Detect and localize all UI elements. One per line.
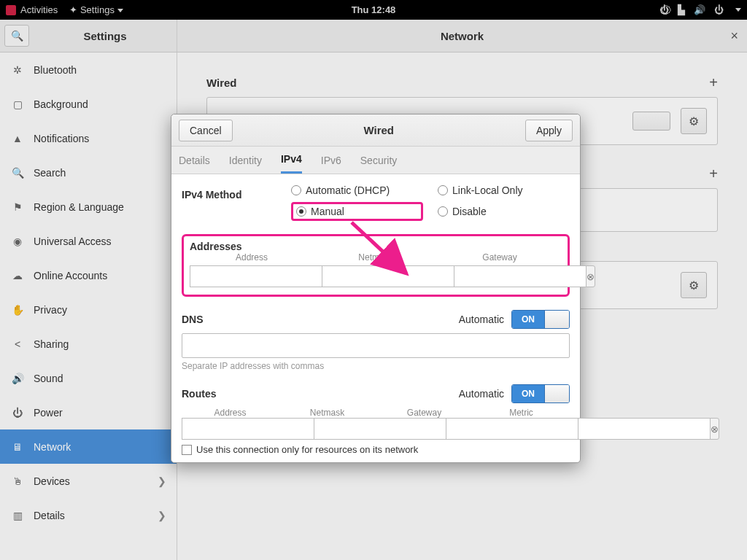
search-button[interactable]: 🔍	[4, 25, 29, 47]
route-netmask-input[interactable]	[314, 418, 446, 440]
add-button[interactable]: +	[709, 166, 718, 182]
sidebar-item-power[interactable]: ⏻Power	[0, 395, 177, 429]
activities-label[interactable]: Activities	[20, 4, 58, 15]
sidebar-item-background[interactable]: ▢Background	[0, 87, 177, 121]
power-icon: ⏻	[12, 407, 23, 419]
wired-heading: Wired	[206, 77, 237, 89]
speaker-icon: 🔊	[12, 373, 23, 384]
rcol-address: Address	[182, 408, 279, 418]
accessibility-icon: ◉	[12, 236, 23, 247]
system-tray[interactable]: ⏻⃝ ▙ 🔊 ⏻	[659, 4, 741, 15]
radio-auto[interactable]: Automatic (DHCP)	[291, 184, 423, 196]
network-icon: ⏻⃝	[659, 4, 669, 15]
bell-icon: ▲	[12, 133, 23, 144]
remove-route-button[interactable]: ⊗	[710, 418, 719, 440]
col-gateway: Gateway	[438, 252, 562, 262]
col-netmask: Netmask	[314, 252, 438, 262]
network-icon: 🖥	[12, 441, 23, 453]
radio-link-local[interactable]: Link-Local Only	[438, 184, 570, 196]
routes-auto-switch[interactable]: ON	[511, 384, 570, 403]
radio-disable[interactable]: Disable	[438, 202, 570, 221]
gateway-input[interactable]	[454, 265, 587, 287]
sidebar-item-devices[interactable]: 🖱Devices❯	[0, 464, 177, 498]
wired-toggle[interactable]	[632, 112, 670, 131]
radio-manual[interactable]: Manual	[296, 206, 344, 217]
netmask-input[interactable]	[322, 265, 454, 287]
hand-icon: ✋	[12, 304, 23, 316]
chevron-right-icon: ❯	[158, 475, 166, 487]
flag-icon: ⚑	[12, 201, 23, 213]
bluetooth-icon: ✲	[12, 64, 23, 76]
devices-icon: 🖱	[12, 475, 23, 487]
chevron-down-icon	[735, 8, 741, 12]
cancel-button[interactable]: Cancel	[179, 120, 233, 141]
cloud-icon: ☁	[12, 270, 23, 281]
background-icon: ▢	[12, 98, 23, 110]
tab-identity[interactable]: Identity	[229, 147, 262, 174]
gnome-topbar: Activities ✦ Settings Thu 12:48 ⏻⃝ ▙ 🔊 ⏻	[0, 0, 747, 20]
dns-input[interactable]	[182, 333, 570, 358]
route-gateway-input[interactable]	[446, 418, 578, 440]
proxy-settings-button[interactable]: ⚙	[681, 272, 707, 298]
dialog-title: Wired	[364, 124, 395, 136]
routes-heading: Routes	[182, 388, 216, 400]
wired-settings-button[interactable]: ⚙	[681, 108, 707, 134]
annotation-addresses-highlight: Addresses Address Netmask Gateway ⊗	[182, 234, 570, 297]
activities-icon	[6, 5, 16, 15]
dns-auto-label: Automatic	[459, 314, 504, 325]
sidebar-item-sound[interactable]: 🔊Sound	[0, 361, 177, 395]
address-input[interactable]	[190, 265, 322, 287]
sidebar-item-bluetooth[interactable]: ✲Bluetooth	[0, 52, 177, 87]
close-button[interactable]: ×	[730, 28, 738, 44]
route-metric-input[interactable]	[578, 418, 711, 440]
col-address: Address	[190, 252, 314, 262]
share-icon: <	[12, 338, 23, 350]
remove-address-button[interactable]: ⊗	[586, 265, 595, 287]
ipv4-method-label: IPv4 Method	[182, 184, 262, 201]
sidebar-item-universal[interactable]: ◉Universal Access	[0, 224, 177, 258]
volume-icon: 🔊	[694, 4, 705, 15]
app-menu[interactable]: ✦ Settings	[69, 4, 123, 15]
dns-hint: Separate IP addresses with commas	[182, 361, 570, 371]
tab-ipv4[interactable]: IPv4	[281, 147, 302, 174]
details-icon: ▥	[12, 510, 23, 521]
net-icon: ▙	[678, 4, 685, 15]
apply-button[interactable]: Apply	[525, 120, 573, 141]
dns-heading: DNS	[182, 314, 204, 325]
rcol-netmask: Netmask	[279, 408, 376, 418]
power-icon: ⏻	[714, 4, 724, 15]
add-wired-button[interactable]: +	[709, 74, 718, 91]
annotation-manual-highlight: Manual	[291, 202, 423, 221]
dialog-tabs: Details Identity IPv4 IPv6 Security	[171, 147, 580, 174]
tab-security[interactable]: Security	[360, 147, 398, 174]
sidebar-item-notifications[interactable]: ▲Notifications	[0, 121, 177, 155]
sidebar-item-sharing[interactable]: <Sharing	[0, 327, 177, 361]
tab-details[interactable]: Details	[179, 147, 210, 174]
rcol-metric: Metric	[473, 408, 570, 418]
clock[interactable]: Thu 12:48	[352, 4, 396, 15]
sidebar-item-region[interactable]: ⚑Region & Language	[0, 190, 177, 224]
sidebar-item-search[interactable]: 🔍Search	[0, 155, 177, 190]
use-only-checkbox[interactable]	[182, 445, 192, 455]
tab-ipv6[interactable]: IPv6	[321, 147, 341, 174]
chevron-right-icon: ❯	[158, 510, 166, 521]
wired-settings-dialog: Cancel Wired Apply Details Identity IPv4…	[171, 114, 581, 463]
sidebar-item-privacy[interactable]: ✋Privacy	[0, 292, 177, 327]
sidebar-item-online[interactable]: ☁Online Accounts	[0, 258, 177, 292]
search-icon: 🔍	[12, 167, 23, 179]
routes-auto-label: Automatic	[459, 388, 504, 400]
settings-sidebar: ✲Bluetooth ▢Background ▲Notifications 🔍S…	[0, 52, 177, 560]
page-title: Network	[441, 30, 484, 42]
dns-auto-switch[interactable]: ON	[511, 310, 570, 329]
use-only-label: Use this connection only for resources o…	[196, 444, 418, 455]
sidebar-item-details[interactable]: ▥Details❯	[0, 498, 177, 532]
sidebar-item-network[interactable]: 🖥Network	[0, 429, 177, 464]
sidebar-title: Settings	[34, 30, 177, 42]
rcol-gateway: Gateway	[376, 408, 473, 418]
addresses-heading: Addresses	[190, 241, 562, 252]
route-address-input[interactable]	[182, 418, 314, 440]
